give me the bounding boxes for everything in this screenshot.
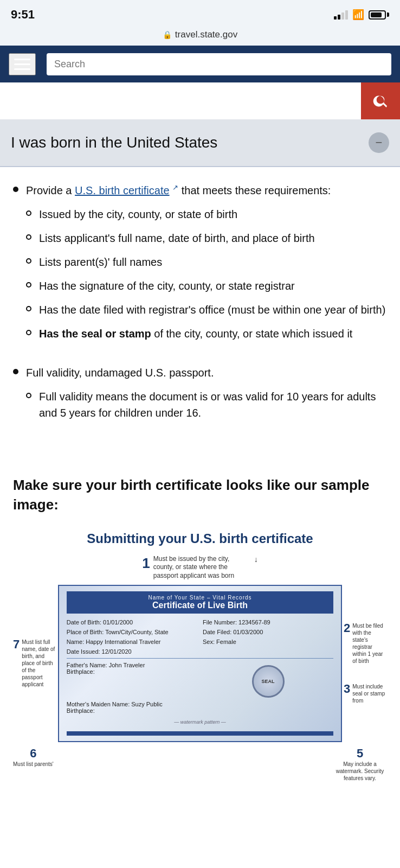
annot-block-2: 2 Must be filed with the state's registr…: [344, 622, 387, 665]
status-time: 9:51: [11, 8, 35, 22]
cert-bottom-bar: [67, 731, 333, 736]
sub-requirements-list: Issued by the city, county, or state of …: [26, 206, 387, 342]
list-item: Has the signature of the city, county, o…: [26, 278, 387, 294]
list-item: Has the date filed with registrar's offi…: [26, 302, 387, 318]
cert-field-row-3: Name: Happy International Traveler Sex: …: [67, 639, 333, 645]
bullet-1-intro: Provide a: [26, 184, 75, 196]
annot-block-3: 3 Must include seal or stamp from: [344, 683, 387, 704]
sub-item-3: Lists parent(s)' full names: [39, 254, 387, 270]
annot-block-7: 7 Must list full name, date of birth, an…: [13, 639, 56, 688]
cert-divider: [67, 658, 333, 659]
cert-dateissued: Date Issued: 12/01/2020: [67, 648, 333, 655]
bullet-dot: [13, 187, 18, 192]
wifi-icon: 📶: [352, 9, 364, 21]
annot-text-3: Must include seal or stamp from: [352, 683, 387, 704]
cert-card-header: Name of Your State – Vital Records Certi…: [67, 591, 333, 614]
sub-item-2: Lists applicant's full name, date of bir…: [39, 230, 387, 246]
list-item: Provide a U.S. birth certificate ↗ that …: [13, 182, 387, 349]
sub-item-1: Issued by the city, county, or state of …: [39, 206, 387, 222]
sub-dot: [26, 330, 31, 335]
cert-watermark: — watermark pattern —: [67, 717, 333, 727]
sample-section: Make sure your birth certificate looks l…: [0, 459, 400, 782]
annot-text-5: May include a watermark. Security featur…: [333, 761, 387, 782]
sub-dot: [26, 234, 31, 240]
cert-name: Name: Happy International Traveler: [67, 639, 197, 645]
status-icons: 📶: [334, 9, 389, 21]
cert-diagram-title: Submitting your U.S. birth certificate: [13, 531, 387, 546]
requirements-list: Provide a U.S. birth certificate ↗ that …: [13, 182, 387, 429]
cert-state-text: Name of Your State – Vital Records: [72, 595, 328, 601]
cert-field-row-2: Place of Birth: Town/City/County, State …: [67, 629, 333, 635]
cert-filenum: File Number: 1234567-89: [203, 619, 333, 626]
annot-text-1: Must be issued by the city, county, or s…: [153, 555, 251, 580]
cert-diagram: Submitting your U.S. birth certificate 1…: [13, 531, 387, 782]
cert-father-row: Father's Name: John Traveler Birthplace:…: [67, 662, 333, 698]
list-item: Full validity means the document is or w…: [26, 388, 387, 421]
annot-num-6: 6: [30, 746, 36, 761]
bullet-2-content: Full validity, undamaged U.S. passport. …: [26, 365, 387, 429]
annot-block-5: 5 May include a watermark. Security feat…: [333, 746, 387, 782]
sub-dot: [26, 258, 31, 264]
arrow-down: ↓: [254, 555, 258, 564]
annot-top: 1 Must be issued by the city, county, or…: [13, 555, 387, 580]
search-icon: [372, 92, 389, 110]
annot-block-6: 6 Must list parents': [13, 746, 54, 782]
list-item: Lists parent(s)' full names: [26, 254, 387, 270]
list-item: Has the seal or stamp of the city, count…: [26, 326, 387, 342]
search-btn-row: [0, 82, 400, 119]
cert-field-row-1: Date of Birth: 01/01/2000 File Number: 1…: [67, 619, 333, 626]
cert-seal: SEAL: [252, 665, 285, 698]
sub-dot: [26, 393, 31, 398]
cert-seal-area: SEAL: [203, 665, 333, 698]
signal-icon: [334, 10, 348, 20]
lock-icon: 🔒: [163, 30, 172, 39]
nav-bar: [0, 46, 400, 82]
annot-num-5: 5: [357, 746, 363, 761]
external-link-icon: ↗: [172, 183, 178, 192]
cert-field-row-issued: Date Issued: 12/01/2020: [67, 648, 333, 655]
section-header-title: I was born in the United States: [11, 134, 369, 151]
annot-text-6: Must list parents': [13, 761, 54, 768]
bullet-1-content: Provide a U.S. birth certificate ↗ that …: [26, 182, 387, 349]
hamburger-line: [14, 59, 30, 60]
battery-icon: [369, 10, 389, 20]
sub-list-2: Full validity means the document is or w…: [26, 388, 387, 421]
status-bar: 9:51 📶: [0, 0, 400, 27]
birth-certificate-link[interactable]: U.S. birth certificate: [75, 184, 170, 196]
bottom-annotations: 6 Must list parents' 5 May include a wat…: [13, 746, 387, 782]
sub-item-6: Has the seal or stamp of the city, count…: [39, 326, 387, 342]
sub-dot: [26, 306, 31, 311]
bullet-1-suffix: that meets these requirements:: [182, 184, 331, 196]
list-item: Full validity, undamaged U.S. passport. …: [13, 365, 387, 429]
sample-heading: Make sure your birth certificate looks l…: [13, 475, 387, 515]
main-cert-row: 7 Must list full name, date of birth, an…: [13, 585, 387, 742]
collapse-button[interactable]: −: [369, 132, 389, 153]
sub-dot: [26, 282, 31, 288]
cert-sex: Sex: Female: [203, 639, 333, 645]
annot-num-7: 7: [13, 639, 20, 650]
cert-mother-row: Mother's Maiden Name: Suzy Public Birthp…: [67, 701, 333, 714]
diagram-wrapper: 1 Must be issued by the city, county, or…: [13, 555, 387, 782]
search-input-wrapper: [47, 53, 391, 75]
url-text: travel.state.gov: [175, 29, 237, 40]
right-annotations: 2 Must be filed with the state's registr…: [344, 622, 387, 704]
cert-father-name: Father's Name: John Traveler Birthplace:: [67, 662, 197, 698]
list-item: Issued by the city, county, or state of …: [26, 206, 387, 222]
sub-dot: [26, 210, 31, 216]
left-annotations: 7 Must list full name, date of birth, an…: [13, 639, 56, 688]
url-bar: 🔒 travel.state.gov: [0, 27, 400, 46]
bullet-dot: [13, 369, 18, 374]
list-item: Lists applicant's full name, date of bir…: [26, 230, 387, 246]
cert-mother-name: Mother's Maiden Name: Suzy Public Birthp…: [67, 701, 333, 714]
sub-item-4: Has the signature of the city, county, o…: [39, 278, 387, 294]
section-header: I was born in the United States −: [0, 119, 400, 167]
search-input[interactable]: [54, 59, 384, 70]
search-button[interactable]: [361, 82, 400, 119]
annot-text-7: Must list full name, date of birth, and …: [22, 639, 56, 688]
hamburger-line: [14, 68, 30, 70]
hamburger-menu-button[interactable]: [9, 53, 36, 75]
cert-dob: Date of Birth: 01/01/2000: [67, 619, 197, 626]
cert-pob: Place of Birth: Town/City/County, State: [67, 629, 197, 635]
cert-card-title: Certificate of Live Birth: [72, 601, 328, 610]
sub-item-5: Has the date filed with registrar's offi…: [39, 302, 387, 318]
